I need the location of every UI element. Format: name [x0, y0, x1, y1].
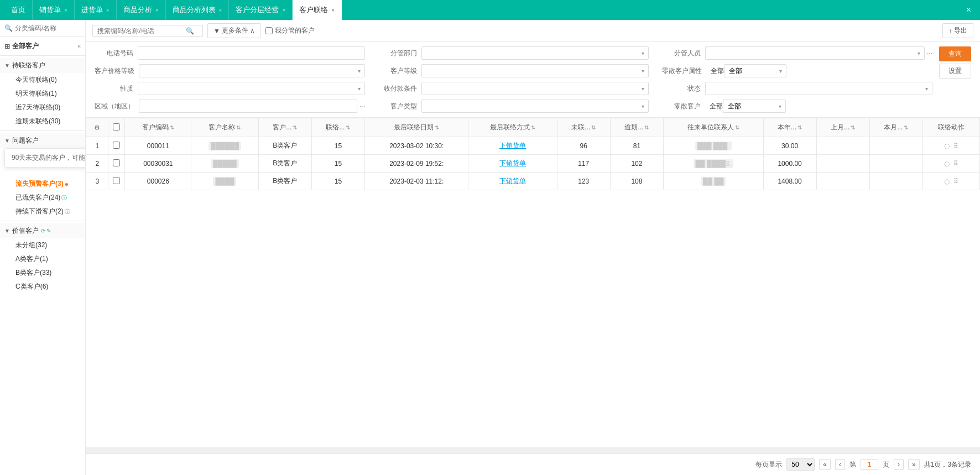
page-number-input[interactable]	[861, 459, 878, 470]
window-close-button[interactable]: ×	[962, 5, 976, 15]
filter-customer-level-select[interactable]	[421, 64, 649, 77]
row2-checkbox[interactable]	[113, 159, 120, 166]
sidebar-item-overdue[interactable]: 逾期未联络(30)	[9, 114, 85, 128]
refresh-icon[interactable]: ⟳	[41, 228, 45, 234]
row1-unit-contact: ███ ███.	[664, 137, 763, 155]
sidebar-item-a-class[interactable]: A类客户(1)	[9, 252, 85, 266]
filter-search-input[interactable]	[97, 27, 186, 35]
row1-no: 1	[86, 137, 108, 155]
filter-price-level-select[interactable]	[139, 64, 365, 77]
row1-action-icon1[interactable]: ◌	[944, 142, 950, 150]
close-icon-sales[interactable]: ×	[64, 7, 67, 13]
filter-retail-customer-select[interactable]: 全部	[723, 100, 786, 113]
tab-analysis[interactable]: 商品分析 ×	[117, 0, 166, 20]
col-last-date[interactable]: 最后联络日期⇅	[365, 118, 468, 137]
sidebar-item-c-class[interactable]: C类客户(6)	[9, 280, 85, 294]
export-button[interactable]: ↑ 导出	[942, 23, 973, 38]
next-page-button[interactable]: ›	[894, 459, 904, 470]
sort-icon-date: ⇅	[435, 124, 439, 131]
close-icon-customer-tier[interactable]: ×	[282, 7, 285, 13]
edit-icon[interactable]: ✎	[46, 228, 51, 234]
sidebar-item-b-class[interactable]: B类客户(33)	[9, 266, 85, 280]
filter-region-dots[interactable]: ···	[359, 102, 365, 110]
per-page-select[interactable]: 50 100 200	[786, 458, 815, 471]
first-page-button[interactable]: «	[819, 459, 831, 470]
row2-method[interactable]: 下销货单	[468, 155, 557, 173]
row3-method[interactable]: 下销货单	[468, 173, 557, 190]
collapse-icon[interactable]: «	[77, 43, 81, 49]
more-conditions-button[interactable]: ▼ 更多条件 ∧	[207, 23, 261, 38]
col-last-month[interactable]: 上月...⇅	[816, 118, 869, 137]
filter-search-button[interactable]: 🔍	[186, 27, 194, 35]
filter-status-select[interactable]	[705, 82, 932, 95]
filter-payment-select[interactable]	[421, 82, 649, 95]
sidebar-item-declining[interactable]: 持续下滑客户(2) ⓘ	[9, 205, 85, 218]
tab-home[interactable]: 首页	[4, 0, 33, 20]
tab-analysis-list[interactable]: 商品分析列表 ×	[166, 0, 230, 20]
query-button[interactable]: 查询	[939, 46, 971, 61]
tab-purchase[interactable]: 进货单 ×	[75, 0, 117, 20]
row3-action-icon1[interactable]: ◌	[944, 178, 950, 185]
filter-customer-type-select[interactable]	[421, 100, 649, 113]
row1-method[interactable]: 下销货单	[468, 137, 557, 155]
col-this-month[interactable]: 本月...⇅	[869, 118, 922, 137]
row1-method-link[interactable]: 下销货单	[499, 142, 526, 149]
last-page-button[interactable]: »	[908, 459, 920, 470]
col-unit-contact[interactable]: 往来单位联系人⇅	[664, 118, 763, 137]
row3-method-link[interactable]: 下销货单	[499, 177, 526, 185]
row3-action-icon2[interactable]: ⠿	[953, 178, 958, 185]
sidebar-group-problem[interactable]: ▼ 问题客户	[0, 133, 85, 148]
sidebar-item-churn-warning[interactable]: 流失预警客户(3) ●	[9, 177, 85, 191]
row1-checkbox[interactable]	[113, 142, 120, 149]
filter-nature-select[interactable]	[138, 82, 365, 95]
filter-search-box: 🔍	[92, 25, 203, 37]
sidebar-item-ungrouped[interactable]: 未分组(32)	[9, 238, 85, 252]
tab-customer-link[interactable]: 客户联络 ×	[293, 0, 342, 20]
col-unlinked[interactable]: 未联...⇅	[557, 118, 610, 137]
sidebar-item-tomorrow[interactable]: 明天待联络(1)	[9, 87, 85, 101]
sidebar-item-7days[interactable]: 近7天待联络(0)	[9, 101, 85, 114]
col-overdue[interactable]: 逾期...⇅	[610, 118, 663, 137]
row2-method-link[interactable]: 下销货单	[499, 159, 526, 167]
filter-person-select[interactable]	[705, 46, 925, 60]
tab-sales[interactable]: 销货单 ×	[33, 0, 75, 20]
col-this-year[interactable]: 本年...⇅	[763, 118, 816, 137]
sidebar-root-item[interactable]: ⊞ 全部客户 «	[0, 39, 85, 53]
sidebar-item-churned[interactable]: 已流失客户(24) ⓘ	[9, 191, 85, 205]
row1-action-icon2[interactable]: ⠿	[953, 142, 958, 150]
row2-last-month	[816, 155, 869, 173]
sidebar-item-today[interactable]: 今天待联络(0)	[9, 73, 85, 87]
prev-page-button[interactable]: ‹	[835, 459, 845, 470]
sidebar-search-input[interactable]	[15, 24, 86, 32]
filter-retail-attr-select[interactable]: 全部	[724, 64, 786, 77]
col-type[interactable]: 客户...⇅	[258, 118, 311, 137]
sidebar-group-pending[interactable]: ▼ 待联络客户	[0, 58, 85, 73]
col-gear[interactable]: ⚙	[86, 118, 108, 137]
filter-customer-level: 客户等级 ▾	[378, 64, 649, 77]
close-icon-purchase[interactable]: ×	[106, 7, 110, 13]
close-icon-analysis-list[interactable]: ×	[219, 7, 222, 13]
filter-nature: 性质 ▾	[95, 82, 365, 95]
row3-checkbox-cell	[108, 173, 125, 190]
row3-checkbox[interactable]	[113, 177, 120, 184]
sidebar-group-value[interactable]: ▼ 价值客户 ⟳ ✎	[0, 223, 85, 238]
horizontal-scrollbar[interactable]	[86, 447, 980, 453]
row2-action-icon1[interactable]: ◌	[944, 160, 950, 168]
col-contact[interactable]: 联络...⇅	[311, 118, 364, 137]
setting-button[interactable]: 设置	[939, 64, 971, 79]
row2-overdue: 102	[610, 155, 663, 173]
filter-person-dots[interactable]: ···	[927, 49, 932, 57]
tab-customer-tier[interactable]: 客户分层经营 ×	[229, 0, 293, 20]
close-icon-analysis[interactable]: ×	[155, 7, 159, 13]
my-customers-checkbox-label[interactable]: 我分管的客户	[265, 26, 315, 35]
close-icon-customer-link[interactable]: ×	[331, 7, 335, 13]
row2-action-icon2[interactable]: ⠿	[953, 160, 958, 168]
my-customers-checkbox[interactable]	[265, 27, 273, 34]
filter-phone-input[interactable]	[138, 46, 365, 60]
col-last-method[interactable]: 最后联络方式⇅	[468, 118, 557, 137]
select-all-checkbox[interactable]	[113, 123, 120, 131]
col-code[interactable]: 客户编码⇅	[125, 118, 191, 137]
filter-region-input[interactable]	[139, 100, 357, 113]
filter-dept-select[interactable]	[421, 46, 649, 60]
col-name[interactable]: 客户名称⇅	[191, 118, 258, 137]
